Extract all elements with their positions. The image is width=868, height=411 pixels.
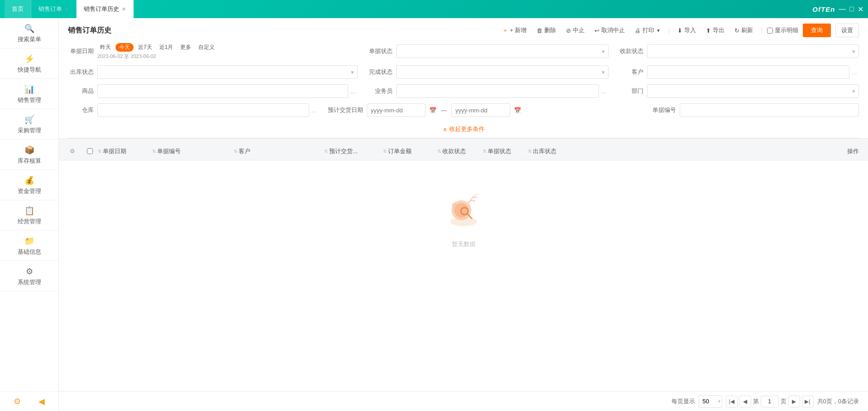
new-icon: ＋ — [502, 26, 508, 34]
date-tab-more[interactable]: 更多 — [177, 43, 194, 52]
col-header-pay-status[interactable]: ⇅ 收款状态 — [437, 147, 483, 155]
collapse-up-icon: ∧ — [443, 126, 447, 133]
last-page-btn[interactable]: ▶| — [802, 396, 814, 407]
sidebar-item-inventory[interactable]: 📦 库存核算 — [0, 140, 58, 170]
sidebar-item-finance[interactable]: 💰 资金管理 — [0, 170, 58, 200]
filter-row-1: 单据日期 昨天 今天 近7天 近1月 更多 自定义 — [68, 43, 859, 60]
sidebar-settings-icon[interactable]: ⚙ — [14, 396, 21, 406]
tab-sales-order[interactable]: 销售订单 ✕ — [31, 0, 77, 18]
col-header-num[interactable]: ⇅ 单据编号 — [152, 147, 234, 155]
col-header-amount[interactable]: ⇅ 订单金额 — [383, 147, 437, 155]
close-btn[interactable]: ✕ — [858, 5, 863, 14]
customer-input[interactable] — [647, 65, 849, 79]
payment-status-select[interactable] — [647, 44, 859, 58]
product-label: 商品 — [68, 87, 97, 95]
next-page-btn[interactable]: ▶ — [788, 396, 800, 407]
top-bar: 首页 销售订单 ✕ 销售订单历史 ✕ OfTEn — □ ✕ — [0, 0, 868, 18]
refresh-label: 刷新 — [741, 26, 753, 34]
import-btn[interactable]: ⬇ 导入 — [675, 24, 699, 36]
collapse-bar[interactable]: ∧ 收起更多条件 — [68, 122, 859, 138]
maximize-btn[interactable]: □ — [849, 5, 854, 13]
sidebar-item-operations[interactable]: 📋 经营管理 — [0, 200, 58, 231]
date-tab-7days[interactable]: 近7天 — [135, 43, 155, 52]
sidebar-item-purchase-mgmt[interactable]: 🛒 采购管理 — [0, 109, 58, 140]
show-detail-checkbox[interactable]: 显示明细 — [767, 26, 798, 34]
query-btn[interactable]: 查询 — [803, 24, 831, 37]
setting-btn[interactable]: 设置 — [835, 24, 859, 37]
sidebar-item-basic-info[interactable]: 📁 基础信息 — [0, 231, 58, 261]
stop-label: 中止 — [573, 26, 585, 34]
sidebar-collapse-icon[interactable]: ◀ — [38, 396, 45, 406]
top-bar-right: OfTEn — □ ✕ — [812, 5, 863, 14]
date-tab-custom[interactable]: 自定义 — [196, 43, 217, 52]
col-header-date[interactable]: ⇅ 单据日期 — [98, 147, 152, 155]
import-icon: ⬇ — [677, 27, 682, 34]
col-header-customer[interactable]: ⇅ 客户 — [234, 147, 324, 155]
show-detail-input[interactable] — [767, 28, 773, 34]
sidebar-item-basic-info-label: 基础信息 — [18, 248, 41, 256]
sidebar-item-inventory-label: 库存核算 — [18, 157, 41, 165]
sidebar-item-system[interactable]: ⚙ 系统管理 — [0, 261, 58, 291]
warehouse-input[interactable] — [97, 103, 309, 117]
tab-sales-order-close[interactable]: ✕ — [65, 6, 69, 12]
payment-status-wrap: ▾ — [647, 44, 859, 58]
delivery-date-start-input[interactable] — [367, 103, 426, 117]
product-dots-icon[interactable]: … — [348, 88, 358, 95]
sidebar-item-sales-mgmt[interactable]: 📊 销售管理 — [0, 79, 58, 109]
empty-state: 暂无数据 — [59, 160, 868, 276]
export-btn[interactable]: ⬆ 导出 — [703, 24, 727, 36]
refresh-btn[interactable]: ↻ 刷新 — [732, 24, 756, 36]
main-layout: 🔍 搜索菜单 ⚡ 快捷导航 📊 销售管理 🛒 采购管理 📦 库存核算 💰 资金管… — [0, 18, 868, 411]
salesperson-wrap: … — [396, 84, 608, 98]
select-all-checkbox[interactable] — [87, 148, 93, 154]
delivery-calendar-end-icon[interactable]: 📅 — [514, 107, 521, 114]
tab-sales-order-history-close[interactable]: ✕ — [122, 6, 126, 12]
col-header-order-status[interactable]: ⇅ 单据状态 — [483, 147, 528, 155]
new-btn[interactable]: ＋ + 新增 — [499, 24, 529, 36]
date-tab-yesterday[interactable]: 昨天 — [97, 43, 114, 52]
delivery-calendar-start-icon[interactable]: 📅 — [429, 107, 436, 114]
tab-sales-order-history[interactable]: 销售订单历史 ✕ — [77, 0, 134, 18]
cancel-stop-btn[interactable]: ↩ 取消中止 — [592, 24, 628, 36]
quick-nav-icon: ⚡ — [24, 54, 34, 64]
stop-btn[interactable]: ⊘ 中止 — [563, 24, 587, 36]
print-btn[interactable]: 🖨 打印 ▼ — [632, 24, 663, 36]
first-page-btn[interactable]: |◀ — [726, 396, 738, 407]
minimize-btn[interactable]: — — [839, 5, 846, 13]
empty-text: 暂无数据 — [452, 240, 475, 248]
prev-page-btn[interactable]: ◀ — [739, 396, 751, 407]
per-page-select[interactable]: 20 50 100 — [699, 395, 722, 408]
complete-status-select[interactable] — [396, 65, 608, 79]
purchase-mgmt-icon: 🛒 — [24, 115, 34, 125]
table-settings-icon[interactable]: ⚙ — [63, 148, 82, 155]
out-status-select[interactable] — [97, 65, 358, 79]
warehouse-dots-icon[interactable]: … — [309, 107, 319, 114]
order-status-select[interactable] — [396, 44, 608, 58]
date-tab-1month[interactable]: 近1月 — [157, 43, 176, 52]
salesperson-input[interactable] — [396, 84, 599, 98]
date-separator: — — [438, 107, 450, 114]
system-icon: ⚙ — [26, 266, 33, 276]
col-header-out-status[interactable]: ⇅ 出库状态 — [528, 147, 573, 155]
date-tab-today[interactable]: 今天 — [115, 43, 134, 52]
delivery-date-end-input[interactable] — [451, 103, 510, 117]
table-select-all[interactable] — [82, 148, 98, 154]
product-input[interactable] — [97, 84, 348, 98]
sidebar-item-search-menu[interactable]: 🔍 搜索菜单 — [0, 18, 58, 48]
sidebar-item-quick-nav[interactable]: ⚡ 快捷导航 — [0, 48, 58, 79]
department-select[interactable] — [647, 84, 859, 98]
filter-date-field: 单据日期 昨天 今天 近7天 近1月 更多 自定义 — [68, 43, 358, 60]
tab-home[interactable]: 首页 — [5, 0, 31, 18]
date-range-wrap: 昨天 今天 近7天 近1月 更多 自定义 2023-06-02 至 2023-0… — [97, 43, 217, 60]
delete-btn[interactable]: 🗑 删除 — [534, 24, 559, 36]
col-pay-status-label: 收款状态 — [442, 147, 466, 155]
finance-icon: 💰 — [24, 175, 34, 185]
customer-dots-icon[interactable]: … — [849, 69, 859, 76]
col-date-label: 单据日期 — [103, 147, 126, 155]
salesperson-dots-icon[interactable]: … — [599, 88, 609, 95]
cancel-stop-icon: ↩ — [595, 27, 599, 34]
page-num-input[interactable] — [761, 396, 779, 407]
col-header-delivery[interactable]: ⇅ 预计交货... — [324, 147, 383, 155]
order-num-input[interactable] — [680, 103, 859, 117]
customer-wrap: … — [647, 65, 859, 79]
